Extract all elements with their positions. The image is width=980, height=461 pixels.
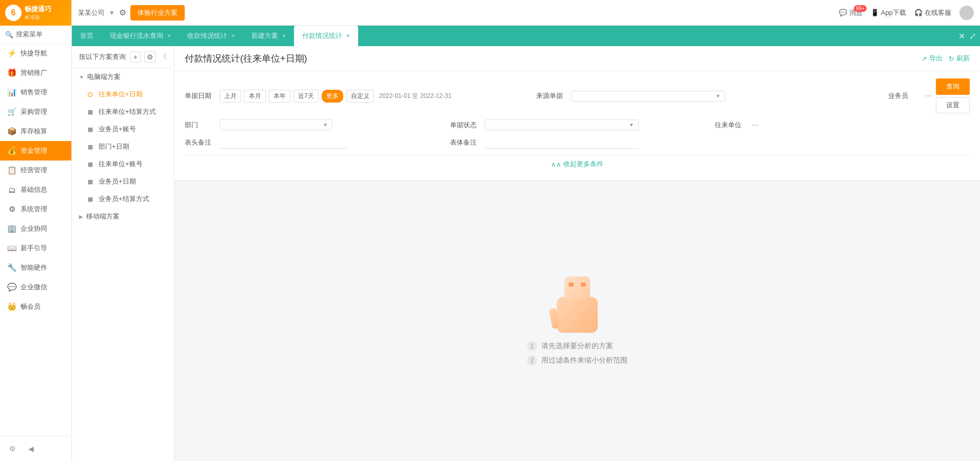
sidebar-item-hardware[interactable]: 🔧 智能硬件 <box>0 258 71 277</box>
user-avatar-item[interactable] <box>959 6 974 20</box>
enterprise-icon: 🏢 <box>7 224 16 233</box>
export-btn[interactable]: ↗ 导出 <box>922 54 943 63</box>
robot-eye-left <box>569 283 574 287</box>
tab-new-scheme-close[interactable]: × <box>282 32 286 39</box>
content-area: 按以下方案查询 + ⚙ 《 ▼ 电脑端方案 ⊙ 往来单位+日期 ▦ <box>72 46 980 461</box>
filter-settings-btn[interactable]: 设置 <box>936 97 970 113</box>
date-btn-custom[interactable]: 自定义 <box>346 90 374 103</box>
tab-new-scheme[interactable]: 新建方案 × <box>243 26 294 46</box>
date-btn-more[interactable]: 更多 <box>322 90 343 103</box>
tab-payment-stats-close[interactable]: × <box>346 32 350 39</box>
query-btn[interactable]: 查询 <box>936 78 970 95</box>
vendor-dots-btn[interactable]: ··· <box>752 121 758 130</box>
scheme-collapse-btn[interactable]: 《 <box>160 52 167 62</box>
filter-area: 单据日期 上月 本月 本年 近7天 更多 自定义 2022-01-01 至 20… <box>174 71 980 181</box>
sidebar-item-label: 营销推广 <box>21 68 47 77</box>
footer-settings-btn[interactable]: ⚙ <box>5 442 19 456</box>
dept-select[interactable]: ▼ <box>220 119 332 130</box>
vendor-col: 往来单位 ··· <box>715 121 970 130</box>
tab-bank-flow-close[interactable]: × <box>167 32 171 39</box>
scheme-settings-btn[interactable]: ⚙ <box>144 51 155 63</box>
company-dropdown-icon[interactable]: ▼ <box>109 9 115 16</box>
result-area: ··· 1 请先选择要分析的方案 2 用过滤条件来缩小分析范围 <box>174 181 980 461</box>
hint-item-2: 2 用过滤条件来缩小分析范围 <box>527 355 628 366</box>
scheme-item-vendor-account[interactable]: ▦ 往来单位+账号 <box>72 155 174 173</box>
online-service-item[interactable]: 🎧 在线客服 <box>914 8 951 17</box>
scheme-group-mobile: ▶ 移动端方案 <box>72 208 174 225</box>
sidebar-item-marketing[interactable]: 🎁 营销推广 <box>0 63 71 83</box>
sidebar-item-basic-info[interactable]: 🗂 基础信息 <box>0 180 71 199</box>
sidebar-item-purchase[interactable]: 🛒 采购管理 <box>0 102 71 122</box>
sales-icon: 📊 <box>7 88 16 97</box>
scheme-item-dept-date[interactable]: ▦ 部门+日期 <box>72 138 174 155</box>
table-body-note-input[interactable] <box>485 136 639 149</box>
sidebar-item-operation[interactable]: 📋 经营管理 <box>0 161 71 180</box>
staff-account-label: 业务员+账号 <box>99 125 136 134</box>
scheme-item-staff-date[interactable]: ▦ 业务员+日期 <box>72 173 174 190</box>
sidebar-item-label: 采购管理 <box>21 107 47 116</box>
source-voucher-select[interactable]: ▼ <box>571 91 725 102</box>
tab-expand-btn[interactable]: ⤢ <box>969 31 976 41</box>
app-version: 标准版 <box>25 14 51 21</box>
marketing-icon: 🎁 <box>7 68 16 77</box>
capital-icon: 💰 <box>7 146 16 155</box>
date-btn-this-year[interactable]: 本年 <box>269 90 290 103</box>
robot-decoration: ··· <box>604 282 608 287</box>
dept-date-icon: ▦ <box>86 143 94 151</box>
scheme-item-vendor-date[interactable]: ⊙ 往来单位+日期 <box>72 86 174 103</box>
collapse-arrow-icon: ∧∧ <box>551 161 561 168</box>
date-btn-7days[interactable]: 近7天 <box>293 90 319 103</box>
sidebar-item-label: 企业微信 <box>21 283 47 292</box>
tab-receipt-stats[interactable]: 收款情况统计 × <box>179 26 243 46</box>
page-header: 付款情况统计(往来单位+日期) ↗ 导出 ↻ 刷新 <box>174 46 980 71</box>
notifications-item[interactable]: 💬 消息 99+ <box>839 8 863 17</box>
system-icon: ⚙ <box>7 205 16 214</box>
footer-collapse-btn[interactable]: ◀ <box>24 442 38 456</box>
tab-receipt-stats-close[interactable]: × <box>231 32 235 39</box>
tab-receipt-stats-label: 收款情况统计 <box>187 31 227 41</box>
search-menu-item[interactable]: 🔍 搜索菜单 <box>0 26 71 44</box>
scheme-item-vendor-settle[interactable]: ▦ 往来单位+结算方式 <box>72 103 174 121</box>
table-body-note-label: 表体备注 <box>450 138 481 147</box>
scheme-group-desktop-header[interactable]: ▼ 电脑端方案 <box>72 68 174 86</box>
voucher-status-select[interactable]: ▼ <box>485 119 639 130</box>
app-download-item[interactable]: 📱 App下载 <box>871 8 906 17</box>
sidebar-item-wechat[interactable]: 💬 企业微信 <box>0 277 71 297</box>
scheme-add-btn[interactable]: + <box>130 51 141 63</box>
trial-btn[interactable]: 体验行业方案 <box>130 5 185 21</box>
sidebar-item-member[interactable]: 👑 畅会员 <box>0 297 71 316</box>
scheme-sidebar-header: 按以下方案查询 + ⚙ 《 <box>72 46 174 68</box>
source-voucher-label: 来源单据 <box>536 91 567 101</box>
hint-num-1: 1 <box>527 341 537 351</box>
sidebar-item-inventory[interactable]: 📦 库存核算 <box>0 122 71 141</box>
sidebar-item-capital[interactable]: 💰 资金管理 <box>0 141 71 161</box>
sidebar-item-enterprise[interactable]: 🏢 企业协同 <box>0 219 71 238</box>
quick-nav-icon: ⚡ <box>7 49 16 58</box>
date-btn-this-month[interactable]: 本月 <box>244 90 266 103</box>
sidebar-item-system[interactable]: ⚙ 系统管理 <box>0 199 71 219</box>
tab-bank-flow[interactable]: 现金银行流水查询 × <box>102 26 179 46</box>
voucher-status-col: 单据状态 ▼ <box>450 119 705 130</box>
table-header-note-input[interactable] <box>220 136 348 149</box>
tab-home[interactable]: 首页 <box>72 26 102 46</box>
sidebar-item-quick-nav[interactable]: ⚡ 快捷导航 <box>0 44 71 63</box>
desktop-group-label: 电脑端方案 <box>87 72 121 82</box>
sidebar-item-sales[interactable]: 📊 销售管理 <box>0 83 71 102</box>
scheme-item-staff-settle[interactable]: ▦ 业务员+结算方式 <box>72 190 174 208</box>
hint-item-1: 1 请先选择要分析的方案 <box>527 341 628 351</box>
scheme-group-mobile-header[interactable]: ▶ 移动端方案 <box>72 208 174 225</box>
topbar-right: 💬 消息 99+ 📱 App下载 🎧 在线客服 <box>839 6 974 20</box>
sidebar-item-guide[interactable]: 📖 新手引导 <box>0 238 71 258</box>
topbar-settings-icon[interactable]: ⚙ <box>119 8 126 17</box>
sidebar-item-label: 基础信息 <box>21 185 47 194</box>
date-btn-last-month[interactable]: 上月 <box>220 90 241 103</box>
scheme-item-staff-account[interactable]: ▦ 业务员+账号 <box>72 121 174 138</box>
tab-payment-stats[interactable]: 付款情况统计 × <box>294 26 358 46</box>
collapse-conditions-btn[interactable]: ∧∧ 收起更多条件 <box>185 155 970 173</box>
tab-close-all-btn[interactable]: ✕ <box>958 31 965 41</box>
staff-dots-btn[interactable]: ··· <box>925 91 932 101</box>
mobile-group-label: 移动端方案 <box>86 212 120 221</box>
voucher-date-label: 单据日期 <box>185 91 215 101</box>
refresh-btn[interactable]: ↻ 刷新 <box>949 54 970 63</box>
vendor-date-label: 往来单位+日期 <box>99 90 143 99</box>
